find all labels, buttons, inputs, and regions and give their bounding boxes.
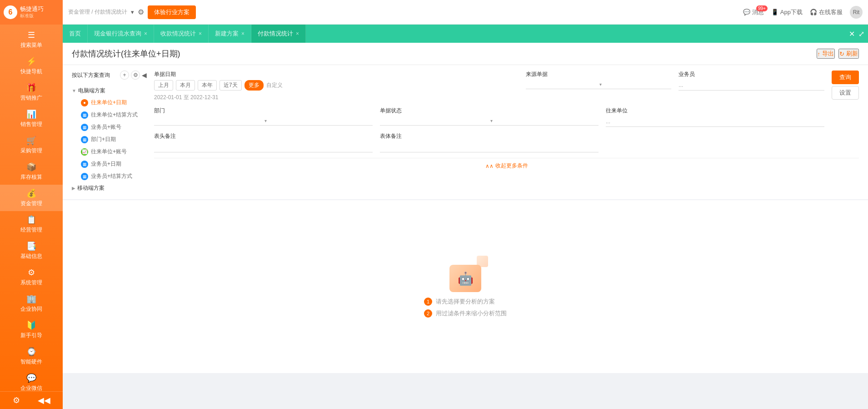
tab-close-all-icon[interactable]: ✕ xyxy=(849,30,855,38)
logo-icon: 6 xyxy=(4,5,17,19)
scheme-item-label: 业务员+结算方式 xyxy=(91,172,132,180)
tab-maximize-icon[interactable]: ⤢ xyxy=(858,30,864,38)
sidebar-item-label: 智能硬件 xyxy=(20,358,42,366)
tip-text-2: 用过滤条件来缩小分析范围 xyxy=(436,309,507,318)
page-title: 付款情况统计(往来单位+日期) xyxy=(72,48,180,59)
sidebar-item-label: 销售管理 xyxy=(20,121,42,128)
tab-receipt[interactable]: 收款情况统计 × xyxy=(154,25,209,43)
service-label: 在线客服 xyxy=(819,8,843,16)
date-btn-last-month[interactable]: 上月 xyxy=(154,80,173,91)
tab-new-plan[interactable]: 新建方案 × xyxy=(209,25,251,43)
sidebar-item-sales[interactable]: 📊 销售管理 xyxy=(0,106,63,132)
scheme-item-dept-date[interactable]: ▦ 部门+日期 xyxy=(72,133,147,146)
scheme-header: 按以下方案查询 + ⚙ ◀ xyxy=(72,71,147,81)
date-range-display: 2022-01-01 至 2022-12-31 xyxy=(154,94,519,101)
filter-actions: 查询 设置 xyxy=(832,71,859,100)
mobile-category[interactable]: ▶ 移动端方案 xyxy=(72,182,147,194)
staff-select[interactable]: ... xyxy=(678,80,824,91)
user-avatar[interactable]: Rit xyxy=(850,6,863,19)
tab-close-icon[interactable]: × xyxy=(241,30,244,37)
tab-label: 付款情况统计 xyxy=(258,30,293,38)
tab-cash-flow[interactable]: 现金银行流水查询 × xyxy=(88,25,154,43)
tab-label: 收款情况统计 xyxy=(160,30,196,38)
panel-collapse-btn[interactable]: ◀ xyxy=(142,71,147,79)
scheme-item-label: 往来单位+结算方式 xyxy=(91,111,138,119)
expand-icon: ▶ xyxy=(72,186,75,191)
scheme-item-staff-date[interactable]: ▦ 业务员+日期 xyxy=(72,158,147,170)
sidebar-item-basic[interactable]: 📑 基础信息 xyxy=(0,237,63,264)
sidebar-item-system[interactable]: ⚙ 系统管理 xyxy=(0,264,63,290)
date-btn-more[interactable]: 更多 xyxy=(244,80,264,91)
tip-text-1: 请先选择要分析的方案 xyxy=(436,298,495,306)
topbar-right: 💬 消息 99+ 📱 App下载 🎧 在线客服 Rit xyxy=(743,6,863,19)
online-service-btn[interactable]: 🎧 在线客服 xyxy=(810,8,843,16)
partner-select[interactable]: ... xyxy=(606,116,824,127)
page-header: 付款情况统计(往来单位+日期) ↑ 导出 ↻ 刷新 xyxy=(63,43,868,65)
system-icon: ⚙ xyxy=(28,268,35,278)
sidebar-item-management[interactable]: 📋 经营管理 xyxy=(0,211,63,237)
query-btn[interactable]: 查询 xyxy=(832,71,859,84)
refresh-btn[interactable]: ↻ 刷新 xyxy=(838,49,859,59)
body-note-input[interactable] xyxy=(380,142,599,152)
tab-close-icon[interactable]: × xyxy=(144,30,147,37)
collapse-more-btn[interactable]: ∧∧ 收起更多条件 xyxy=(154,158,859,173)
message-btn[interactable]: 💬 消息 99+ xyxy=(743,8,764,16)
date-btn-7days[interactable]: 近7天 xyxy=(219,80,242,91)
settings-btn[interactable]: 设置 xyxy=(832,86,859,100)
service-icon: 🎧 xyxy=(810,9,817,15)
header-note-input[interactable] xyxy=(154,142,373,152)
export-label: 导出 xyxy=(822,50,834,58)
scheme-item-label: 往来单位+日期 xyxy=(91,99,127,106)
tabs-bar: 首页 现金银行流水查询 × 收款情况统计 × 新建方案 × 付款情况统计 × ✕… xyxy=(63,25,868,43)
scheme-item-label: 部门+日期 xyxy=(91,136,116,143)
sidebar-collapse-btn[interactable]: ◀◀ xyxy=(38,395,50,405)
trial-btn[interactable]: 体验行业方案 xyxy=(148,5,196,19)
sidebar-item-wechat[interactable]: 💬 企业微信 xyxy=(0,369,63,391)
tab-home[interactable]: 首页 xyxy=(63,25,88,43)
scheme-settings-btn[interactable]: ⚙ xyxy=(131,71,140,80)
date-btn-this-year[interactable]: 本年 xyxy=(198,80,217,91)
add-scheme-btn[interactable]: + xyxy=(120,71,129,80)
tab-payment[interactable]: 付款情况统计 × xyxy=(251,25,306,43)
enterprise-icon: 🏢 xyxy=(26,294,36,304)
filter-row-1: 单据日期 上月 本月 本年 近7天 更多 自定义 2022-01-01 至 20… xyxy=(154,71,859,101)
date-btn-this-month[interactable]: 本月 xyxy=(176,80,195,91)
filter-fields: 单据日期 上月 本月 本年 近7天 更多 自定义 2022-01-01 至 20… xyxy=(154,71,859,194)
app-download-btn[interactable]: 📱 App下载 xyxy=(771,8,803,16)
scheme-item-partner-account[interactable]: 📈 往来单位+账号 xyxy=(72,146,147,158)
scheme-item-staff-settle[interactable]: ▦ 业务员+结算方式 xyxy=(72,170,147,182)
sidebar-item-label: 采购管理 xyxy=(20,147,42,155)
search-menu-icon: ☰ xyxy=(28,30,35,40)
sidebar-item-enterprise[interactable]: 🏢 企业协同 xyxy=(0,290,63,317)
doc-status-select[interactable]: ▾ xyxy=(380,116,599,126)
scheme-item-partner-settle[interactable]: ▦ 往来单位+结算方式 xyxy=(72,109,147,121)
sidebar-item-finance[interactable]: 💰 资金管理 xyxy=(0,185,63,211)
scheme-item-staff-account[interactable]: ▦ 业务员+账号 xyxy=(72,121,147,133)
sidebar-item-label: 系统管理 xyxy=(20,279,42,287)
source-select[interactable]: ▾ xyxy=(526,80,672,89)
sidebar-item-hardware[interactable]: ⌚ 智能硬件 xyxy=(0,343,63,369)
collapse-icon: ∧∧ xyxy=(485,163,494,169)
export-btn[interactable]: ↑ 导出 xyxy=(817,49,835,59)
scheme-item-partner-date[interactable]: ● 往来单位+日期 xyxy=(72,96,147,109)
scheme-chart-icon: 📈 xyxy=(81,148,88,156)
sidebar-item-search[interactable]: ☰ 搜索菜单 xyxy=(0,26,63,53)
partner-field: 往来单位 ... xyxy=(606,107,824,127)
sidebar-item-label: 经营管理 xyxy=(20,226,42,234)
sidebar-item-shortcut[interactable]: ⚡ 快捷导航 xyxy=(0,53,63,79)
dept-select[interactable]: ▾ xyxy=(154,116,373,126)
breadcrumb-dropdown[interactable]: ▾ xyxy=(131,9,134,15)
sidebar-item-purchase[interactable]: 🛒 采购管理 xyxy=(0,132,63,158)
sidebar-settings-btn[interactable]: ⚙ xyxy=(13,395,20,405)
desktop-category[interactable]: ▼ 电脑端方案 xyxy=(72,85,147,96)
tab-close-icon[interactable]: × xyxy=(296,30,299,37)
date-custom-label[interactable]: 自定义 xyxy=(266,81,283,89)
hardware-icon: ⌚ xyxy=(26,347,36,357)
sidebar-item-inventory[interactable]: 📦 库存核算 xyxy=(0,158,63,185)
tabs-actions: ✕ ⤢ xyxy=(845,25,868,43)
sidebar-item-guide[interactable]: 🔰 新手引导 xyxy=(0,317,63,343)
tab-close-icon[interactable]: × xyxy=(199,30,202,37)
topbar-settings-icon[interactable]: ⚙ xyxy=(138,8,144,16)
sidebar-item-marketing[interactable]: 🎁 营销推广 xyxy=(0,79,63,106)
logo-text: 畅捷通巧 xyxy=(20,5,44,13)
